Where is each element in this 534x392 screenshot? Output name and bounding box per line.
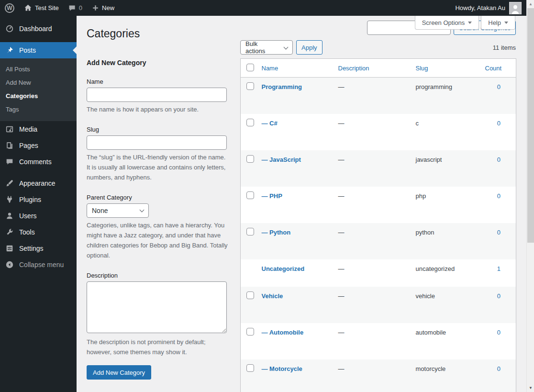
new-label: New	[102, 4, 114, 11]
sidebar-item-posts[interactable]: Posts	[0, 42, 77, 58]
column-header-slug: Slug	[413, 59, 482, 78]
sidebar-item-dashboard[interactable]: Dashboard	[0, 21, 77, 37]
name-label: Name	[87, 78, 228, 85]
category-name-link[interactable]: — Automobile	[262, 329, 304, 336]
category-count-link[interactable]: 0	[497, 192, 501, 200]
sidebar-item-tags[interactable]: Tags	[0, 103, 77, 116]
description-help-text: The description is not prominent by defa…	[87, 337, 228, 357]
category-name-link[interactable]: — C#	[262, 120, 278, 127]
description-textarea[interactable]	[87, 281, 227, 333]
category-name-link[interactable]: Vehicle	[262, 292, 283, 300]
sidebar-collapse-menu[interactable]: Collapse menu	[0, 257, 77, 273]
comments-link[interactable]: 0	[64, 0, 87, 16]
category-slug: automobile	[416, 329, 446, 336]
category-description: —	[338, 292, 345, 300]
name-input[interactable]	[87, 88, 227, 102]
dashboard-icon	[5, 24, 14, 34]
sidebar-item-plugins[interactable]: Plugins	[0, 191, 77, 208]
sidebar-item-add-new[interactable]: Add New	[0, 76, 77, 90]
category-name-link[interactable]: — Motorcycle	[262, 365, 302, 372]
row-checkbox[interactable]	[246, 82, 254, 90]
settings-icon	[5, 244, 14, 253]
pages-icon	[5, 141, 14, 150]
column-header-description: Description	[335, 59, 413, 78]
admin-sidebar: Dashboard Posts All Posts Add New Catego…	[0, 16, 77, 392]
help-button[interactable]: Help	[481, 16, 515, 30]
category-description: —	[338, 83, 345, 90]
howdy-greeting[interactable]: Howdy, Atakan Au	[455, 4, 505, 11]
site-name-label: Test Site	[35, 4, 59, 11]
table-row: — C# — c 0	[241, 114, 516, 150]
new-content-menu[interactable]: New	[87, 0, 119, 16]
items-count: 11 items	[493, 44, 516, 51]
row-checkbox[interactable]	[246, 328, 254, 336]
parent-category-help-text: Categories, unlike tags, can have a hier…	[87, 220, 228, 260]
category-count-link[interactable]: 1	[497, 265, 501, 272]
sidebar-item-tools[interactable]: Tools	[0, 224, 77, 240]
row-checkbox[interactable]	[246, 291, 254, 299]
sidebar-item-media[interactable]: Media	[0, 121, 77, 137]
row-checkbox[interactable]	[246, 364, 254, 372]
sidebar-item-appearance[interactable]: Appearance	[0, 175, 77, 191]
category-count-link[interactable]: 0	[497, 156, 501, 163]
select-all-checkbox[interactable]	[246, 64, 254, 71]
table-row: Programming — programming 0	[241, 78, 516, 114]
slug-input[interactable]	[87, 135, 227, 150]
scroll-down-arrow[interactable]: ▼	[527, 384, 534, 392]
parent-category-select[interactable]: None	[87, 203, 149, 218]
categories-table: Name Description Slug Count Programming …	[240, 58, 516, 392]
category-count-link[interactable]: 0	[497, 329, 501, 336]
category-count-link[interactable]: 0	[497, 229, 501, 236]
category-name-link[interactable]: Programming	[262, 83, 302, 90]
category-count-link[interactable]: 0	[497, 83, 501, 90]
sidebar-item-pages[interactable]: Pages	[0, 137, 77, 154]
plug-icon	[5, 195, 14, 204]
category-slug: vehicle	[416, 292, 435, 300]
category-slug: motorcycle	[416, 365, 446, 372]
sidebar-item-users[interactable]: Users	[0, 208, 77, 224]
category-description: —	[338, 265, 345, 272]
sidebar-item-comments[interactable]: Comments	[0, 154, 77, 170]
column-header-name: Name	[259, 59, 335, 78]
category-description: —	[338, 329, 345, 336]
row-checkbox[interactable]	[246, 155, 254, 163]
collapse-arrow-icon	[5, 260, 14, 269]
sidebar-item-settings[interactable]: Settings	[0, 240, 77, 257]
site-name-link[interactable]: Test Site	[19, 0, 64, 16]
media-icon	[5, 124, 14, 134]
category-slug: programming	[416, 83, 453, 90]
category-count-link[interactable]: 0	[497, 292, 501, 300]
category-count-link[interactable]: 0	[497, 120, 501, 127]
paintbrush-icon	[5, 179, 14, 188]
bulk-actions-select[interactable]: Bulk actions	[240, 40, 293, 55]
row-checkbox[interactable]	[246, 119, 254, 126]
category-name-link[interactable]: — PHP	[262, 192, 282, 200]
row-checkbox[interactable]	[246, 228, 254, 235]
add-new-category-button[interactable]: Add New Category	[87, 365, 151, 380]
screen-options-button[interactable]: Screen Options	[415, 16, 479, 30]
column-header-count: Count	[482, 59, 516, 78]
sidebar-item-all-posts[interactable]: All Posts	[0, 63, 77, 76]
description-label: Description	[87, 272, 228, 279]
plus-icon	[92, 4, 99, 11]
slug-label: Slug	[87, 126, 228, 133]
category-count-link[interactable]: 0	[497, 365, 501, 372]
chevron-down-icon	[468, 22, 472, 24]
apply-button[interactable]: Apply	[296, 40, 323, 55]
scrollbar-thumb[interactable]	[527, 8, 534, 243]
wordpress-logo-menu[interactable]: W	[0, 0, 19, 16]
category-slug: javascript	[416, 156, 442, 163]
category-description: —	[338, 229, 345, 236]
row-checkbox[interactable]	[246, 191, 254, 199]
scroll-up-arrow[interactable]: ▲	[527, 0, 534, 8]
table-row: — Python — python 0	[241, 223, 516, 259]
category-name-link[interactable]: — JavaScript	[262, 156, 301, 163]
user-avatar[interactable]	[509, 2, 522, 14]
slug-help-text: The “slug” is the URL-friendly version o…	[87, 152, 228, 182]
category-name-link[interactable]: — Python	[262, 229, 291, 236]
category-name-link[interactable]: Uncategorized	[262, 265, 305, 272]
name-help-text: The name is how it appears on your site.	[87, 104, 228, 114]
vertical-scrollbar[interactable]: ▲ ▼	[526, 0, 534, 392]
sidebar-item-categories[interactable]: Categories	[0, 90, 77, 103]
chevron-down-icon	[504, 22, 508, 24]
